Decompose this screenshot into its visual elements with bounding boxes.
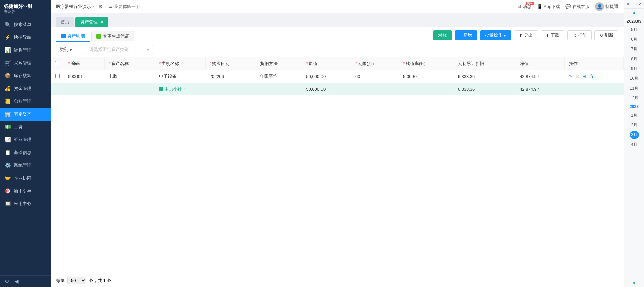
month-item[interactable]: 5月	[624, 25, 644, 35]
right-panel-expand-icon[interactable]: ⤢	[638, 2, 641, 6]
month-item[interactable]: 12月	[624, 93, 644, 103]
export-button[interactable]: ⬆ 导出	[514, 30, 538, 40]
company-selector[interactable]: 医疗器械行业演示 ▾	[56, 4, 94, 10]
user-menu[interactable]: 👤 畅捷通	[595, 2, 618, 11]
print-button[interactable]: 🖨 打印	[567, 30, 592, 40]
col-purchase-date: *购买日期	[205, 57, 256, 70]
tab-asset-mgmt[interactable]: 资产管理 ×	[75, 17, 108, 27]
sidebar-item-enterprise[interactable]: 🤝企业协同	[0, 172, 51, 185]
sidebar-item-fixed-asset[interactable]: 🏢固定资产	[0, 108, 51, 121]
sidebar-item-system[interactable]: ⚙️系统管理	[0, 159, 51, 172]
select-all-checkbox[interactable]	[55, 61, 59, 65]
sidebar-item-guide[interactable]: 🎯新手引导	[0, 185, 51, 197]
export-label: 导出	[524, 32, 533, 38]
batch-ops-button[interactable]: 批量操作 ▾	[480, 30, 511, 40]
edit-icon[interactable]: ✎	[569, 74, 573, 79]
table-row: 000001 电脑 电子设备 202206 年限平均 50,000.00 60 …	[51, 70, 624, 83]
sidebar-item-ledger[interactable]: 📒总账管理	[0, 95, 51, 108]
refresh-button[interactable]: ↻ 刷新	[594, 30, 618, 40]
cell-code: 000001	[64, 70, 104, 83]
company-settings-icon[interactable]: ⚙	[98, 4, 103, 10]
sidebar-icon-payroll: 💵	[5, 124, 11, 130]
trial-button[interactable]: ☁ 我要体验一下	[108, 4, 140, 10]
sidebar-item-base[interactable]: 📋基础信息	[0, 146, 51, 159]
notifications-button[interactable]: 🖥 消息 99+	[517, 4, 531, 10]
notifications-badge: 99+	[526, 2, 534, 5]
sidebar-item-ops[interactable]: 📈经营管理	[0, 133, 51, 146]
app-download-label: App下载	[544, 4, 560, 10]
collapse-icon[interactable]: ◀	[14, 278, 19, 284]
inner-tab-voucher-gen[interactable]: 变更生成凭证	[91, 31, 134, 41]
month-item[interactable]: 9月	[624, 64, 644, 74]
sidebar-item-search[interactable]: 🔍搜索菜单	[0, 18, 51, 31]
sidebar-label-guide: 新手引导	[14, 188, 31, 194]
month-item[interactable]: 6月	[624, 35, 644, 44]
filter-label: 类别	[60, 46, 68, 53]
subtotal-empty-1	[51, 83, 64, 95]
sidebar-item-app-center[interactable]: 🔲应用中心	[0, 197, 51, 210]
company-chevron-icon: ▾	[92, 4, 94, 9]
tab-asset-close-icon[interactable]: ×	[101, 20, 103, 24]
filter-placeholder: 请选择固定资产类别	[89, 46, 129, 53]
subtotal-residual	[399, 83, 454, 95]
page-tabs: 首页 资产管理 ×	[51, 13, 624, 27]
sidebar-icon-ops: 📈	[5, 137, 11, 143]
row-checkbox[interactable]	[55, 74, 60, 78]
reconcile-button[interactable]: 对账	[433, 30, 452, 40]
right-panel-down-arrow[interactable]: ▼	[631, 280, 638, 287]
print-icon: 🖨	[572, 33, 577, 38]
subtotal-label-cell: 本页小计：	[155, 83, 302, 95]
category-type-select[interactable]: 类别 ▾	[56, 45, 83, 54]
settings-icon[interactable]: ⚙	[5, 278, 9, 284]
col-original-value: *原值	[302, 57, 351, 70]
trial-icon: ☁	[108, 4, 113, 9]
inner-tab-asset-detail[interactable]: 资产明细	[56, 31, 90, 42]
sidebar-item-payroll[interactable]: 💵工资	[0, 121, 51, 133]
subtotal-empty-2	[64, 83, 104, 95]
month-item[interactable]: 4月	[624, 140, 644, 150]
download-label: 下载	[551, 32, 559, 38]
print-label: 打印	[578, 32, 587, 38]
month-item[interactable]: 11月	[624, 84, 644, 93]
sidebar-item-purchase[interactable]: 🛒采购管理	[0, 57, 51, 69]
new-button[interactable]: + 新增	[455, 30, 477, 40]
sidebar-item-sales[interactable]: 📊销售管理	[0, 44, 51, 57]
cell-name: 电脑	[104, 70, 155, 83]
month-item[interactable]: 2月	[624, 120, 644, 130]
month-item[interactable]: 10月	[624, 74, 644, 84]
transfer-icon[interactable]: ⊞	[582, 74, 586, 79]
online-service-button[interactable]: 💬 在线客服	[565, 4, 590, 10]
sidebar-label-fixed-asset: 固定资产	[14, 111, 31, 117]
tab-home[interactable]: 首页	[56, 17, 74, 27]
sidebar-item-capital[interactable]: 💰资金管理	[0, 82, 51, 95]
app-subtitle: 普及版	[4, 9, 15, 14]
cell-residual-rate: 5.0000	[399, 70, 454, 83]
category-value-select[interactable]: 请选择固定资产类别 ▾	[86, 45, 153, 54]
per-page-select[interactable]: 50 20 100	[67, 277, 86, 284]
col-net-value: 净值	[516, 57, 565, 70]
sidebar-item-inventory[interactable]: 📦库存核算	[0, 69, 51, 82]
right-panel-header: ✕ ⤢	[624, 0, 644, 9]
app-download-button[interactable]: 📱 App下载	[537, 4, 560, 10]
copy-icon[interactable]: ⊙	[576, 74, 580, 79]
sidebar: 畅捷通好业财 普及版 🔍搜索菜单⚡快捷导航📊销售管理🛒采购管理📦库存核算💰资金管…	[0, 0, 51, 287]
month-item[interactable]: 8月	[624, 54, 644, 64]
cell-initial-accu-depreciation: 6,333.36	[454, 70, 516, 83]
sidebar-icon-capital: 💰	[5, 86, 11, 92]
filter-value-arrow: ▾	[147, 47, 149, 52]
month-item[interactable]: 7月	[624, 44, 644, 54]
download-button[interactable]: ⬇ 下载	[541, 30, 564, 40]
month-item[interactable]: 3月	[630, 131, 639, 139]
batch-dropdown-icon: ▾	[504, 33, 506, 38]
company-name: 医疗器械行业演示	[56, 4, 91, 10]
online-service-label: 在线客服	[572, 4, 590, 10]
month-item[interactable]: 1月	[624, 110, 644, 120]
col-residual-rate: *残值率(%)	[399, 57, 454, 70]
sidebar-item-quick-nav[interactable]: ⚡快捷导航	[0, 31, 51, 44]
right-panel-close-icon[interactable]: ✕	[627, 2, 630, 6]
right-panel-up-arrow[interactable]: ▲	[631, 9, 638, 16]
row-checkbox-cell	[51, 70, 64, 83]
subtotal-net-value: 42,874.97	[516, 83, 565, 95]
col-checkbox	[51, 57, 64, 70]
delete-icon[interactable]: 🗑	[589, 74, 594, 79]
